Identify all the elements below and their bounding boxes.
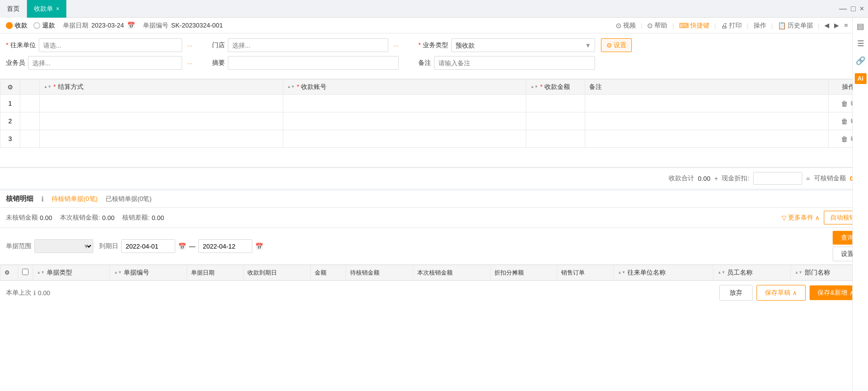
store-input[interactable] [228, 38, 388, 52]
nav-prev-btn[interactable]: ◀ [824, 22, 829, 29]
row-1-num: 1 [0, 95, 20, 112]
row-3-amount[interactable] [526, 130, 585, 148]
pending-tab-link[interactable]: 待核销单据(0笔) [52, 195, 98, 203]
bottom-col-settings[interactable]: ⚙ [0, 265, 18, 280]
footer-info-icon[interactable]: ℹ [33, 289, 36, 297]
row-3-account[interactable] [283, 130, 526, 148]
date-value[interactable]: 2023-03-24 [91, 22, 124, 29]
doc-range-label: 单据范围 [6, 242, 31, 251]
row-2-amount[interactable] [526, 112, 585, 130]
history-btn[interactable]: 📋 历史单据 [778, 21, 813, 30]
calendar-icon[interactable]: 📅 [127, 22, 135, 29]
staff-input[interactable] [28, 56, 182, 70]
video-icon: ⊙ [616, 22, 622, 29]
plus-sign: + [714, 175, 718, 182]
current-stat: 本次核销金额: 0.00 [60, 213, 114, 222]
window-controls: — □ × [839, 4, 868, 13]
date-from-icon[interactable]: 📅 [178, 243, 186, 250]
radio-refund-label: 退款 [42, 21, 55, 30]
help-btn[interactable]: ⊙ 帮助 [647, 21, 667, 30]
settings-button[interactable]: ⚙ 设置 [601, 38, 632, 52]
sidebar-link-icon[interactable]: 🔗 [856, 56, 866, 65]
abandon-btn[interactable]: 放弃 [719, 285, 753, 301]
doc-range-select[interactable] [34, 239, 93, 253]
staff-ellipsis[interactable]: ··· [187, 59, 192, 67]
discount-label: 现金折扣: [722, 174, 749, 183]
bottom-table-area: ⚙ ▲▼单据类型 ▲▼单据编号 单据日期 收款到期日 金额 待核销金额 本次核销… [0, 265, 868, 280]
bottom-col-amount: 金额 [310, 265, 346, 280]
print-icon: 🖨 [721, 22, 728, 29]
form-area: 往来单位 ··· 门店 ··· 业务类型 预收款 ▼ [0, 33, 868, 79]
radio-receipt-dot [6, 22, 13, 29]
verification-info-icon[interactable]: ℹ [41, 195, 44, 203]
bottom-col-due-date: 收款到期日 [244, 265, 310, 280]
row-1-index [20, 95, 40, 112]
summary-input[interactable] [228, 56, 399, 70]
operation-btn[interactable]: 操作 [754, 21, 766, 30]
row-3-settlement[interactable] [40, 130, 283, 148]
row-3-remark[interactable] [585, 130, 829, 148]
counterpart-ellipsis[interactable]: ··· [187, 42, 192, 49]
row-1-amount[interactable] [526, 95, 585, 112]
verification-title: 核销明细 [6, 195, 33, 203]
summary-field: 摘要 [212, 56, 399, 70]
toolbar-right: ⊙ 视频 | ⊙ 帮助 | ⌨ 快捷键 | 🖨 打印 | 操作 | [616, 21, 862, 30]
business-type-select[interactable]: 预收款 [451, 38, 595, 52]
counterpart-input[interactable] [39, 38, 182, 52]
row-2-remark[interactable] [585, 112, 829, 130]
row-1-delete-icon[interactable]: 🗑 [841, 100, 848, 108]
shortcut-btn[interactable]: ⌨ 快捷键 [679, 21, 709, 30]
close-btn[interactable]: × [860, 4, 864, 13]
discount-input[interactable] [753, 172, 802, 185]
store-ellipsis[interactable]: ··· [393, 42, 399, 49]
footer: 本单上次 ℹ 0.00 放弃 保存草稿 ∧ 保存&新增 ∧ [0, 280, 868, 305]
row-2-delete-icon[interactable]: 🗑 [841, 117, 848, 125]
row-2-settlement[interactable] [40, 112, 283, 130]
date-from-input[interactable] [121, 239, 175, 253]
row-2-index [20, 112, 40, 130]
radio-receipt[interactable]: 收款 [6, 21, 27, 30]
filter-icon: ▽ [782, 214, 787, 222]
chevron-up-icon: ∧ [815, 214, 820, 222]
main-table-area: ⚙ ▲▼ 结算方式 ▲▼ 收款账号 [0, 79, 868, 168]
radio-refund[interactable]: 退款 [33, 21, 55, 30]
save-draft-btn[interactable]: 保存草稿 ∧ [757, 285, 806, 301]
counterpart-label: 往来单位 [6, 41, 36, 50]
tab-home[interactable]: 首页 [0, 0, 27, 18]
video-btn[interactable]: ⊙ 视频 [616, 21, 636, 30]
row-1-account[interactable] [283, 95, 526, 112]
summary-row: 收款合计 0.00 + 现金折扣: = 可核销金额 0.00 [0, 168, 868, 189]
date-to-input[interactable] [198, 239, 252, 253]
row-1-settlement[interactable] [40, 95, 283, 112]
row-3-index [20, 130, 40, 148]
row-1-remark[interactable] [585, 95, 829, 112]
minimize-btn[interactable]: — [839, 4, 847, 13]
sidebar-list-icon[interactable]: ☰ [857, 39, 864, 48]
sidebar-ai-icon[interactable]: Ai [855, 73, 867, 84]
current-label: 本次核销金额: [60, 213, 100, 222]
row-3-delete-icon[interactable]: 🗑 [841, 135, 848, 143]
tab-receipt[interactable]: 收款单 × [27, 0, 67, 18]
print-btn[interactable]: 🖨 打印 [721, 21, 742, 30]
remark-input[interactable] [434, 56, 595, 70]
radio-receipt-label: 收款 [15, 21, 27, 30]
row-2-num: 2 [0, 112, 20, 130]
tab-close-icon[interactable]: × [56, 5, 59, 12]
main-content: 收款 退款 单据日期 2023-03-24 📅 单据编号 SK-20230324… [0, 18, 868, 391]
business-type-label: 业务类型 [418, 41, 448, 50]
maximize-btn[interactable]: □ [851, 4, 856, 13]
store-field: 门店 ··· [212, 38, 399, 52]
footer-info-label: 本单上次 [6, 288, 31, 297]
list-view-btn[interactable]: ≡ [844, 22, 848, 29]
row-2-account[interactable] [283, 112, 526, 130]
nav-next-btn[interactable]: ▶ [834, 22, 839, 29]
date-to-icon[interactable]: 📅 [255, 243, 263, 250]
due-date-label: 到期日 [99, 242, 118, 251]
counterpart-field: 往来单位 ··· [6, 38, 192, 52]
done-tab-link[interactable]: 已核销单据(0笔) [106, 195, 152, 203]
select-all-checkbox[interactable] [22, 269, 28, 275]
more-conditions-btn[interactable]: ▽ 更多条件 ∧ [782, 213, 820, 222]
bottom-col-current: 本次核销金额 [413, 265, 490, 280]
col-settings-header[interactable]: ⚙ [0, 80, 20, 95]
sidebar-table-icon[interactable]: ▤ [857, 22, 864, 31]
